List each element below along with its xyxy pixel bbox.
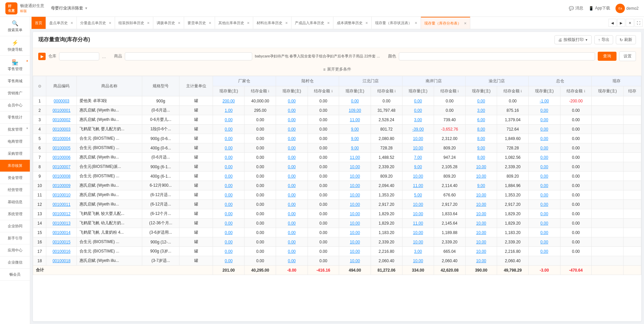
tab-transfer[interactable]: 调拨单历史 ✕ — [153, 17, 184, 29]
user-profile[interactable]: Ea demo2 — [615, 4, 639, 13]
tab-assembly[interactable]: 组装拆卸单历史 ✕ — [115, 17, 153, 29]
tab-close-icon[interactable]: ✕ — [147, 21, 150, 25]
th-unit: 主计量单位 — [179, 76, 213, 96]
tab-close-icon[interactable]: ✕ — [327, 21, 330, 25]
expand-filter-btn[interactable]: ≡ 展开更多条件 — [323, 66, 351, 72]
sidebar-item-ecommerce[interactable]: 电商管理 — [0, 136, 30, 148]
tab-close-icon[interactable]: ✕ — [464, 21, 467, 25]
sidebar-item-system[interactable]: 系统管理 — [0, 208, 30, 220]
th-spec: 规格型号 — [142, 76, 179, 96]
tab-outstock-history[interactable]: 其他出库单历史 ✕ — [215, 17, 253, 29]
color-input[interactable] — [399, 52, 595, 60]
export-btn[interactable]: ↑ 导出 — [594, 35, 613, 44]
sidebar-item-search[interactable]: 🔍 搜索英单 — [0, 17, 30, 36]
tab-material-out[interactable]: 材料出库单历史 ✕ — [253, 17, 291, 29]
sidebar-item-member[interactable]: 会员中心 — [0, 99, 30, 111]
print-btn[interactable]: 🖨 按模版打印 ▼ — [554, 35, 592, 44]
tab-stocktake-history[interactable]: 盘点单历史 ✕ — [46, 17, 77, 29]
top-bar: 好生意 畅捷通好生意 标版 母婴行业演示陈套 ▼ 💬 消息 📱 App下载 Ea… — [0, 0, 644, 17]
tab-close-icon[interactable]: ✕ — [109, 21, 111, 25]
tab-close-icon[interactable]: ✕ — [178, 21, 180, 25]
search-btn[interactable]: 查询 — [598, 52, 616, 61]
table-row: 3 00100002 惠氏启赋 (Wyeth illu... 0-6月婴儿...… — [33, 115, 641, 125]
th-x-amount: 结存 — [623, 86, 641, 96]
footer-row: 合计 201.00 40,295.00 -8.00 -416.16 494.00… — [33, 266, 641, 275]
table-row: 5 00100004 合生元 (BIOSTIME) ... 900g (0-6.… — [33, 134, 641, 143]
content-area: 首页 盘点单历史 ✕ 分量盘点单历史 ✕ 组装拆卸单历史 ✕ 调拨单历史 ✕ 要… — [30, 17, 644, 324]
sidebar-item-vip[interactable]: 畅会员 — [0, 269, 30, 281]
table-container[interactable]: ⚙ 商品编码 商品名称 规格型号 主计量单位 厂家仓 陆村仓 江北门店 南岸门店… — [33, 76, 641, 321]
setting-btn[interactable]: 设置 — [619, 51, 636, 61]
tab-stock-status[interactable]: 现存量（库存状况表） ✕ — [372, 17, 421, 29]
th-jiangbei-group: 江北门店 — [339, 76, 402, 86]
sidebar-item-quick[interactable]: ⚡ 快捷导航 — [0, 36, 30, 56]
tab-prev-btn[interactable]: ◀ — [608, 19, 616, 27]
th-gear[interactable]: ⚙ — [33, 76, 46, 96]
th-l-amount: 结存金额 ℹ — [308, 86, 339, 96]
table-row: 2 00100001 惠氏启赋 (Wyeth illu... (0-6月适...… — [33, 106, 641, 115]
tab-close-icon[interactable]: ✕ — [247, 21, 250, 25]
info-icon[interactable]: ℹ — [521, 89, 522, 93]
tab-close-icon[interactable]: ✕ — [415, 21, 417, 25]
tab-close-icon[interactable]: ✕ — [70, 21, 73, 25]
sidebar-item-retail[interactable]: 🏪 零售管理 ▲ — [0, 56, 30, 75]
sidebar-item-retail-shop[interactable]: 零售商城 — [0, 75, 30, 87]
th-ng-amount: 结存金额 ℹ — [434, 86, 466, 96]
info-icon[interactable]: ℹ — [584, 89, 585, 93]
tab-stock-distribution[interactable]: 现存量（库存分布表） ✕ — [421, 17, 470, 29]
sidebar-item-operation[interactable]: 经营管理 — [0, 184, 30, 196]
message-btn[interactable]: 💬 消息 — [569, 5, 583, 11]
table-row: 11 00100010 惠氏启赋 (Wyeth illu... (6-12月适.… — [33, 190, 641, 200]
table-row: 10 00100009 惠氏启赋 (Wyeth illu... 6-12月900… — [33, 181, 641, 190]
sidebar-item-finance[interactable]: 资金管理 — [0, 172, 30, 184]
tab-close-icon[interactable]: ✕ — [365, 21, 368, 25]
sidebar-item-basic[interactable]: 基础信息 — [0, 196, 30, 208]
sidebar-item-inventory[interactable]: 库存核算 — [0, 160, 30, 172]
table-row: 9 00100008 合生元 (BIOSTIME) ... 400g (6-1.… — [33, 172, 641, 181]
tab-cost-adjust[interactable]: 成本调整单历史 ✕ — [333, 17, 372, 29]
refresh-btn[interactable]: ↻ 刷新 — [616, 35, 636, 44]
sidebar-item-wholesale[interactable]: 批发管理 ▼ — [0, 124, 30, 136]
main-layout: 🔍 搜索英单 ⚡ 快捷导航 🏪 零售管理 ▲ 零售商城 营销推广 会员中心 零售… — [0, 17, 644, 324]
warehouse-picker-btn[interactable]: ... — [102, 54, 106, 59]
th-x-stock: 现存量(主) — [592, 86, 624, 96]
expand-row: ≡ 展开更多条件 — [38, 65, 636, 72]
tab-partial-stocktake[interactable]: 分量盘点单历史 ✕ — [77, 17, 115, 29]
product-input[interactable] — [125, 52, 252, 60]
tab-fullscreen-btn[interactable]: ⛶ — [635, 19, 643, 27]
sidebar-item-retail-stat[interactable]: 零售统计 — [0, 111, 30, 124]
sidebar-item-marketing[interactable]: 营销推广 — [0, 87, 30, 99]
sidebar-item-guide[interactable]: 新手引导 — [0, 232, 30, 244]
table-row: 6 00100005 合生元 (BIOSTIME) ... 400g (0-6.… — [33, 143, 641, 153]
tab-next-btn[interactable]: ▶ — [617, 19, 625, 27]
warehouse-input[interactable] — [59, 52, 99, 60]
table-row: 18 00100018 惠氏启赋 (Wyeth illu... (3-7岁适..… — [33, 256, 641, 266]
table-row: 1 0000003 爱他美 卓萃3段 900g 罐 200.00 40,000.… — [33, 96, 641, 106]
tab-order-history[interactable]: 要货单历史 ✕ — [184, 17, 215, 29]
tab-close-icon[interactable]: ✕ — [285, 21, 288, 25]
sidebar-item-appstore[interactable]: 应用中心 — [0, 244, 30, 257]
table-row: 4 00100003 飞鹤星飞帆 婴儿配方奶... 1段(0-6个... 罐 0… — [33, 125, 641, 134]
th-total-group: 总仓 — [528, 76, 591, 86]
collapse-icon: ▼ — [26, 127, 29, 130]
tab-close-icon[interactable]: ✕ — [209, 21, 211, 25]
info-icon[interactable]: ℹ — [458, 89, 459, 93]
sidebar-item-enterprise[interactable]: 企业协同 — [0, 220, 30, 232]
table-row: 8 00100007 合生元(BIOSTIME)派... 900g (6-1..… — [33, 162, 641, 172]
sidebar-item-purchase[interactable]: 采购管理 — [0, 148, 30, 160]
tab-home[interactable]: 首页 — [32, 17, 46, 29]
tab-more-btn[interactable]: ✕ — [626, 19, 634, 27]
org-selector[interactable]: 母婴行业演示陈套 ▼ — [51, 5, 88, 11]
table-row: 15 00100014 飞鹤星飞帆 儿童奶粉 4... (3-6岁适用... 罐… — [33, 228, 641, 237]
app-download-btn[interactable]: 📱 App下载 — [589, 5, 610, 11]
th-nangang-group: 南岸门店 — [402, 76, 465, 86]
info-icon[interactable]: ℹ — [331, 89, 333, 93]
info-icon[interactable]: ℹ — [394, 89, 396, 93]
th-l-stock: 现存量(主) — [276, 86, 308, 96]
filter-area: ▶ 仓库 ... 商品 babycare孕妇待产包 春季入院全套母子组合孕妇产后… — [33, 48, 641, 76]
info-icon[interactable]: ℹ — [268, 89, 269, 93]
filter-toggle-btn[interactable]: ▶ — [38, 53, 46, 60]
sidebar-item-wxwork[interactable]: 企业微信 — [0, 257, 30, 269]
tab-finished-in[interactable]: 产成品入库单历史 ✕ — [291, 17, 333, 29]
table-row: 14 00100013 飞鹤星飞帆 幼儿配方奶... (12-36个月... 罐… — [33, 219, 641, 228]
